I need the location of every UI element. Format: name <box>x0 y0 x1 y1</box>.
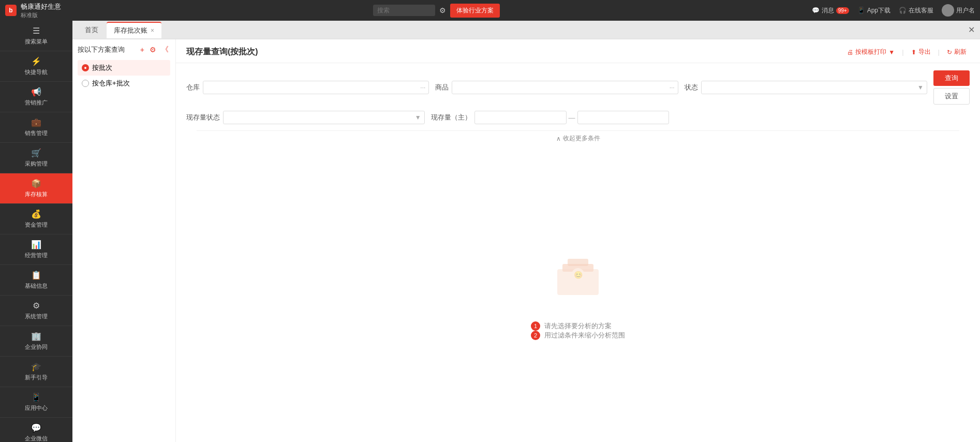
stock-qty-label: 现存量（主） <box>431 113 471 122</box>
status-dropdown-icon[interactable]: ▼ <box>914 82 927 93</box>
sidebar-item-sales[interactable]: 💼 销售管理 <box>0 112 72 143</box>
collapse-icon: ∧ <box>556 135 561 142</box>
sidebar-item-wx[interactable]: 💬 企业微信 <box>0 418 72 442</box>
sidebar-icon-sales: 💼 <box>31 117 41 127</box>
refresh-button[interactable]: ↻ 刷新 <box>944 46 970 58</box>
sidebar-item-purchase[interactable]: 🛒 采购管理 <box>0 143 72 173</box>
scheme-item-batch[interactable]: ● 按批次 <box>78 60 170 76</box>
sidebar-icon-wx: 💬 <box>31 423 41 433</box>
stock-status-input[interactable] <box>224 111 412 124</box>
refresh-icon: ↻ <box>947 49 952 56</box>
message-button[interactable]: 💬 消息 99+ <box>812 6 849 15</box>
tip-number-1: 1 <box>531 321 540 331</box>
stock-status-wrapper: ▼ <box>223 111 425 124</box>
warehouse-more-icon[interactable]: ··· <box>417 82 428 93</box>
sidebar-icon-inventory: 📦 <box>31 179 41 188</box>
search-input[interactable] <box>373 5 435 16</box>
tab-close-button[interactable]: ✕ <box>968 25 975 35</box>
sidebar: ☰ 搜索菜单 ⚡ 快捷导航 📢 营销推广 💼 销售管理 🛒 采购管理 📦 库存核… <box>0 21 72 442</box>
sidebar-item-inventory[interactable]: 📦 库存核算 <box>0 173 72 204</box>
sidebar-label-marketing: 营销推广 <box>25 99 48 107</box>
scheme-item-warehouse-batch[interactable]: 按仓库+批次 <box>78 76 170 91</box>
sidebar-icon-basic-info: 📋 <box>31 270 41 280</box>
sidebar-label-quick-nav: 快捷导航 <box>25 68 48 76</box>
message-label: 消息 <box>822 6 834 15</box>
tab-home[interactable]: 首页 <box>78 22 106 38</box>
scheme-dot-warehouse-batch <box>82 80 89 87</box>
stock-status-dropdown-icon[interactable]: ▼ <box>412 112 424 123</box>
sidebar-item-app-center[interactable]: 📱 应用中心 <box>0 387 72 418</box>
stock-qty-to[interactable] <box>577 111 670 124</box>
svg-text:😊: 😊 <box>574 271 583 279</box>
headset-icon: 🎧 <box>899 7 907 14</box>
user-name: 用户名 <box>956 6 975 15</box>
status-input[interactable] <box>702 81 914 94</box>
sidebar-item-finance[interactable]: 💰 资金管理 <box>0 204 72 234</box>
sidebar-item-operations[interactable]: 📊 经营管理 <box>0 234 72 265</box>
page-content: 按以下方案查询 + ⚙ 《 ● 按批次 按仓库+批次 现存量查询(按批次) <box>72 39 980 442</box>
scheme-settings-button[interactable]: ⚙ <box>148 45 158 54</box>
app-download-button[interactable]: 📱 App下载 <box>857 6 890 15</box>
sidebar-item-quick-nav[interactable]: ⚡ 快捷导航 <box>0 51 72 82</box>
sidebar-icon-marketing: 📢 <box>31 87 41 97</box>
tab-inventory-batch[interactable]: 库存批次账× <box>107 22 161 38</box>
main-layout: ☰ 搜索菜单 ⚡ 快捷导航 📢 营销推广 💼 销售管理 🛒 采购管理 📦 库存核… <box>0 21 980 442</box>
sidebar-item-enterprise[interactable]: 🏢 企业协同 <box>0 326 72 357</box>
sidebar-item-system[interactable]: ⚙ 系统管理 <box>0 296 72 326</box>
collapse-panel-button[interactable]: 《 <box>160 45 170 55</box>
app-info: 畅康通好生意 标准版 <box>21 2 61 19</box>
collapse-row[interactable]: ∧ 收起更多条件 <box>197 130 959 146</box>
sidebar-item-newbie[interactable]: 🎓 新手引导 <box>0 357 72 387</box>
sidebar-item-search-menu[interactable]: ☰ 搜索菜单 <box>0 21 72 51</box>
sidebar-label-newbie: 新手引导 <box>25 374 48 381</box>
left-panel: 按以下方案查询 + ⚙ 《 ● 按批次 按仓库+批次 <box>72 39 176 442</box>
sidebar-icon-purchase: 🛒 <box>31 148 41 158</box>
online-service-button[interactable]: 🎧 在线客服 <box>899 6 933 15</box>
page-header: 现存量查询(按批次) 🖨 按模板打印 ▼ | ⬆ 导出 | <box>176 39 980 63</box>
print-dropdown-icon: ▼ <box>888 49 895 56</box>
print-button[interactable]: 🖨 按模板打印 ▼ <box>844 46 898 58</box>
product-input[interactable] <box>452 81 666 94</box>
product-more-icon[interactable]: ··· <box>666 82 678 93</box>
sidebar-label-purchase: 采购管理 <box>25 160 48 168</box>
export-label: 导出 <box>918 48 931 56</box>
stock-qty-from[interactable] <box>474 111 567 124</box>
sidebar-item-marketing[interactable]: 📢 营销推广 <box>0 82 72 112</box>
content-area: 首页库存批次账× ✕ 按以下方案查询 + ⚙ 《 ● 按批次 按仓库+批次 <box>72 21 980 442</box>
query-button[interactable]: 查询 <box>933 70 970 86</box>
export-button[interactable]: ⬆ 导出 <box>908 46 934 58</box>
warehouse-input-wrapper: ··· <box>203 81 429 94</box>
sidebar-label-operations: 经营管理 <box>25 252 48 259</box>
gear-icon[interactable]: ⚙ <box>439 6 446 14</box>
message-icon: 💬 <box>812 7 820 14</box>
status-label: 状态 <box>685 83 698 92</box>
message-badge: 99+ <box>836 7 849 14</box>
scheme-label-warehouse-batch: 按仓库+批次 <box>92 79 130 88</box>
product-label: 商品 <box>435 83 449 92</box>
divider2: | <box>938 48 940 56</box>
user-menu[interactable]: 用户名 <box>942 4 975 17</box>
filter-row-2: 现存量状态 ▼ 现存量（主） — <box>186 111 970 124</box>
warehouse-filter: 仓库 ··· <box>186 81 429 94</box>
topbar: b 畅康通好生意 标准版 ⚙ 体验行业方案 💬 消息 99+ 📱 App下载 🎧… <box>0 0 980 21</box>
app-download-label: App下载 <box>867 6 890 15</box>
add-scheme-button[interactable]: + <box>139 45 146 54</box>
page-header-actions: 🖨 按模板打印 ▼ | ⬆ 导出 | ↻ 刷新 <box>844 46 970 58</box>
warehouse-input[interactable] <box>203 81 417 94</box>
left-panel-actions: + ⚙ 《 <box>139 45 170 55</box>
sidebar-label-finance: 资金管理 <box>25 221 48 229</box>
tab-label-inventory-batch: 库存批次账 <box>114 26 147 35</box>
tab-close-inventory-batch[interactable]: × <box>151 27 154 34</box>
empty-tip-1: 1 请先选择要分析的方案 <box>531 321 625 331</box>
experience-button[interactable]: 体验行业方案 <box>450 4 500 18</box>
sidebar-item-basic-info[interactable]: 📋 基础信息 <box>0 265 72 296</box>
app-logo: b <box>5 5 17 16</box>
filter-row-1: 仓库 ··· 商品 ··· <box>186 70 970 105</box>
product-filter: 商品 ··· <box>435 81 678 94</box>
empty-state: 😊 1 请先选择要分析的方案 2 用过滤条件来缩小分析范围 <box>176 146 980 442</box>
topbar-right: 💬 消息 99+ 📱 App下载 🎧 在线客服 用户名 <box>812 4 975 17</box>
filter-settings-button[interactable]: 设置 <box>933 88 970 105</box>
app-download-icon: 📱 <box>857 7 865 14</box>
page-title: 现存量查询(按批次) <box>186 47 258 57</box>
divider: | <box>902 48 903 56</box>
